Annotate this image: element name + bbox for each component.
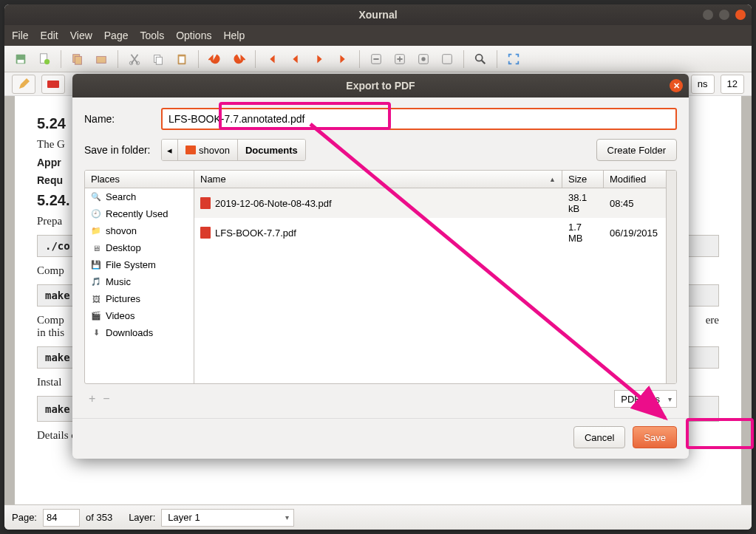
- add-bookmark-icon[interactable]: +: [89, 392, 95, 405]
- next-page-icon[interactable]: [309, 49, 330, 69]
- redo-icon[interactable]: [228, 49, 249, 69]
- maximize-button[interactable]: [719, 10, 729, 20]
- svg-rect-6: [97, 56, 106, 63]
- menu-edit[interactable]: Edit: [41, 30, 58, 41]
- file-row[interactable]: 2019-12-06-Note-08-43.pdf38.1 kB08:45: [194, 188, 666, 218]
- sort-ascending-icon: ▲: [549, 176, 556, 183]
- place-icon: 🎬: [91, 311, 101, 321]
- place-item[interactable]: ⬇Downloads: [85, 324, 194, 341]
- menu-tools[interactable]: Tools: [140, 30, 164, 41]
- place-label: Search: [106, 191, 136, 202]
- close-button[interactable]: [735, 10, 746, 20]
- menu-view[interactable]: View: [70, 30, 92, 41]
- place-item[interactable]: 🎬Videos: [85, 307, 194, 324]
- remove-bookmark-icon[interactable]: −: [103, 392, 109, 405]
- titlebar: Xournal: [4, 4, 752, 25]
- toolbar: [4, 46, 752, 72]
- filename-input[interactable]: [161, 108, 677, 130]
- file-row[interactable]: LFS-BOOK-7.7.pdf1.7 MB06/19/2015: [194, 218, 666, 247]
- copy-icon[interactable]: [67, 49, 88, 69]
- last-page-icon[interactable]: [333, 49, 353, 69]
- fullscreen-icon[interactable]: [503, 49, 524, 69]
- breadcrumb-user[interactable]: shovon: [178, 140, 238, 160]
- breadcrumb: ◂ shovon Documents: [161, 139, 306, 161]
- breadcrumb-documents[interactable]: Documents: [238, 140, 305, 160]
- place-item[interactable]: 🖼Pictures: [85, 290, 194, 307]
- menu-help[interactable]: Help: [223, 30, 245, 41]
- col-size[interactable]: Size: [562, 171, 604, 188]
- file-name: LFS-BOOK-7.7.pdf: [215, 227, 296, 239]
- breadcrumb-back-button[interactable]: ◂: [162, 140, 178, 160]
- scrollbar[interactable]: [666, 171, 676, 383]
- prev-page-icon[interactable]: [285, 49, 306, 69]
- place-icon: 🎵: [91, 277, 101, 287]
- place-label: Music: [106, 276, 131, 287]
- place-label: Desktop: [106, 242, 141, 253]
- page-chip-12: 12: [721, 75, 744, 94]
- menu-file[interactable]: File: [12, 30, 29, 41]
- svg-rect-1: [18, 59, 24, 63]
- dialog-close-button[interactable]: ✕: [670, 79, 683, 92]
- dialog-actions: Cancel Save: [72, 418, 689, 459]
- col-name[interactable]: Name▲: [194, 171, 562, 188]
- zoom-in-icon[interactable]: [389, 49, 410, 69]
- bookmark-controls: + −: [84, 392, 110, 405]
- file-modified: 06/19/2015: [604, 220, 666, 245]
- zoom-page-icon[interactable]: [437, 49, 457, 69]
- place-label: shovon: [106, 225, 137, 236]
- minimize-button[interactable]: [703, 10, 713, 20]
- layer-label: Layer:: [129, 512, 155, 523]
- page-label: Page:: [12, 512, 37, 523]
- new-page-icon[interactable]: [34, 49, 55, 69]
- export-pdf-dialog: Export to PDF ✕ Name: Save in folder: ◂ …: [72, 74, 689, 459]
- pdf-file-icon: [200, 197, 211, 209]
- file-type-filter[interactable]: PDF files: [614, 390, 677, 408]
- menu-page[interactable]: Page: [104, 30, 129, 41]
- save-button[interactable]: Save: [633, 426, 677, 448]
- places-sidebar: Places 🔍Search🕘Recently Used📁shovon🖥Desk…: [85, 171, 194, 383]
- menubar: File Edit View Page Tools Options Help: [4, 25, 752, 46]
- zoom-fit-icon[interactable]: [413, 49, 434, 69]
- save-icon[interactable]: [10, 49, 31, 69]
- place-icon: 💾: [91, 260, 101, 270]
- eraser-tool-icon[interactable]: [41, 75, 65, 94]
- place-item[interactable]: 🎵Music: [85, 273, 194, 290]
- file-name: 2019-12-06-Note-08-43.pdf: [215, 198, 332, 209]
- undo-icon[interactable]: [205, 49, 225, 69]
- place-label: Recently Used: [106, 208, 168, 219]
- place-icon: ⬇: [91, 328, 101, 338]
- name-label: Name:: [84, 113, 152, 125]
- cut-icon[interactable]: [124, 49, 145, 69]
- zoom-out-icon[interactable]: [366, 49, 386, 69]
- modal-overlay: Export to PDF ✕ Name: Save in folder: ◂ …: [0, 0, 756, 534]
- pencil-tool-icon[interactable]: [12, 75, 35, 94]
- pdf-file-icon: [200, 227, 211, 239]
- cancel-button[interactable]: Cancel: [573, 426, 625, 448]
- svg-point-16: [421, 57, 425, 61]
- place-item[interactable]: 💾File System: [85, 256, 194, 273]
- svg-rect-17: [443, 54, 452, 64]
- of-label: of 353: [86, 512, 112, 523]
- menu-options[interactable]: Options: [176, 30, 211, 41]
- dialog-title: Export to PDF: [346, 80, 415, 92]
- place-item[interactable]: 🔍Search: [85, 188, 194, 205]
- place-item[interactable]: 🕘Recently Used: [85, 205, 194, 222]
- statusbar: Page: 84 of 353 Layer: Layer 1: [4, 504, 752, 530]
- place-item[interactable]: 🖥Desktop: [85, 239, 194, 256]
- col-modified[interactable]: Modified: [604, 171, 666, 188]
- copy2-icon[interactable]: [148, 49, 168, 69]
- layer-combo[interactable]: Layer 1: [161, 509, 294, 527]
- window-title: Xournal: [4, 9, 752, 21]
- svg-rect-12: [179, 56, 184, 63]
- create-folder-button[interactable]: Create Folder: [596, 139, 677, 161]
- open-icon[interactable]: [91, 49, 112, 69]
- place-label: File System: [106, 259, 156, 270]
- magnify-icon[interactable]: [470, 49, 491, 69]
- place-icon: 🔍: [91, 192, 101, 202]
- place-label: Downloads: [106, 327, 153, 338]
- first-page-icon[interactable]: [262, 49, 282, 69]
- paste-icon[interactable]: [171, 49, 192, 69]
- page-spinbox[interactable]: 84: [43, 509, 80, 527]
- svg-rect-10: [156, 57, 162, 64]
- place-item[interactable]: 📁shovon: [85, 222, 194, 239]
